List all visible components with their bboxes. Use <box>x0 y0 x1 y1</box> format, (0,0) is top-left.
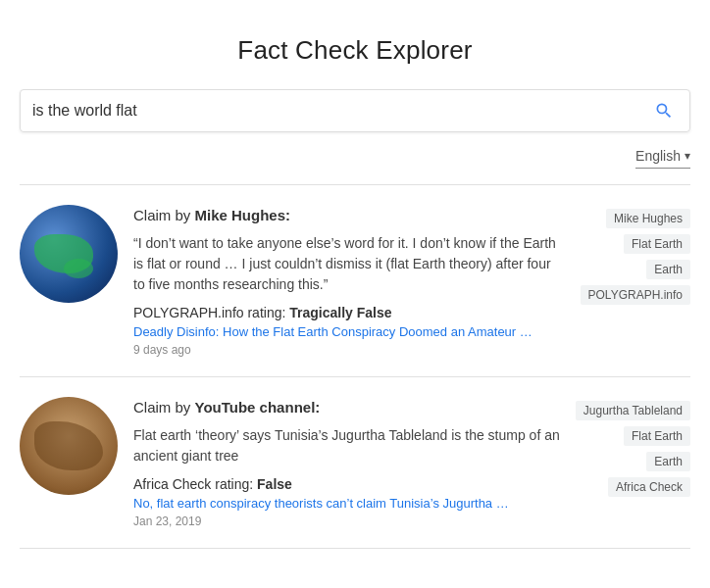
rating-source: POLYGRAPH.info <box>133 305 244 320</box>
claim-quote: “I don’t want to take anyone else’s word… <box>133 233 565 295</box>
rating-value: False <box>257 476 292 492</box>
language-label: English <box>635 148 681 164</box>
result-card: Claim by Mike Hughes: “I don’t want to t… <box>20 185 690 377</box>
tag[interactable]: Africa Check <box>608 477 690 497</box>
result-image-earth <box>20 205 118 303</box>
rating-line: POLYGRAPH.info rating: Tragically False <box>133 305 565 320</box>
claim-quote: Flat earth ‘theory’ says Tunisia’s Jugur… <box>133 425 560 466</box>
results-container: Claim by Mike Hughes: “I don’t want to t… <box>0 185 710 549</box>
rating-value: Tragically False <box>289 305 391 320</box>
search-icon <box>654 101 674 121</box>
tag[interactable]: Flat Earth <box>624 234 690 254</box>
tag[interactable]: POLYGRAPH.info <box>581 285 690 305</box>
claim-title: Claim by Mike Hughes: <box>133 205 565 225</box>
result-content: Claim by Mike Hughes: “I don’t want to t… <box>133 205 565 357</box>
result-content: Claim by YouTube channel: Flat earth ‘th… <box>133 397 560 528</box>
tags-container: Mike Hughes Flat Earth Earth POLYGRAPH.i… <box>581 205 690 357</box>
search-bar <box>20 89 690 132</box>
rating-label: rating: <box>215 476 257 492</box>
claim-link[interactable]: Deadly Disinfo: How the Flat Earth Consp… <box>133 324 555 339</box>
rating-source: Africa Check <box>133 476 211 492</box>
claim-author: Mike Hughes: <box>195 207 291 223</box>
language-select[interactable]: English ▾ <box>635 148 690 169</box>
tag[interactable]: Flat Earth <box>624 426 690 446</box>
claim-by-label: Claim by <box>133 207 195 223</box>
tag[interactable]: Earth <box>646 452 690 471</box>
claim-author: YouTube channel: <box>195 399 321 416</box>
page-title: Fact Check Explorer <box>0 0 710 89</box>
search-button[interactable] <box>650 97 678 124</box>
tag[interactable]: Mike Hughes <box>606 209 690 228</box>
claim-title: Claim by YouTube channel: <box>133 397 560 417</box>
result-card: Claim by YouTube channel: Flat earth ‘th… <box>20 377 690 549</box>
chevron-down-icon: ▾ <box>685 149 690 163</box>
rating-line: Africa Check rating: False <box>133 476 560 492</box>
rating-label: rating: <box>247 305 289 320</box>
tag[interactable]: Jugurtha Tableland <box>576 401 690 420</box>
search-input[interactable] <box>32 102 650 120</box>
claim-link[interactable]: No, flat earth conspiracy theorists can’… <box>133 496 555 511</box>
claim-by-label: Claim by <box>133 399 195 416</box>
result-image-terrain <box>20 397 118 495</box>
tags-container: Jugurtha Tableland Flat Earth Earth Afri… <box>576 397 690 528</box>
claim-date: 9 days ago <box>133 343 565 357</box>
language-row: English ▾ <box>20 148 690 176</box>
tag[interactable]: Earth <box>646 260 690 279</box>
claim-date: Jan 23, 2019 <box>133 514 560 528</box>
